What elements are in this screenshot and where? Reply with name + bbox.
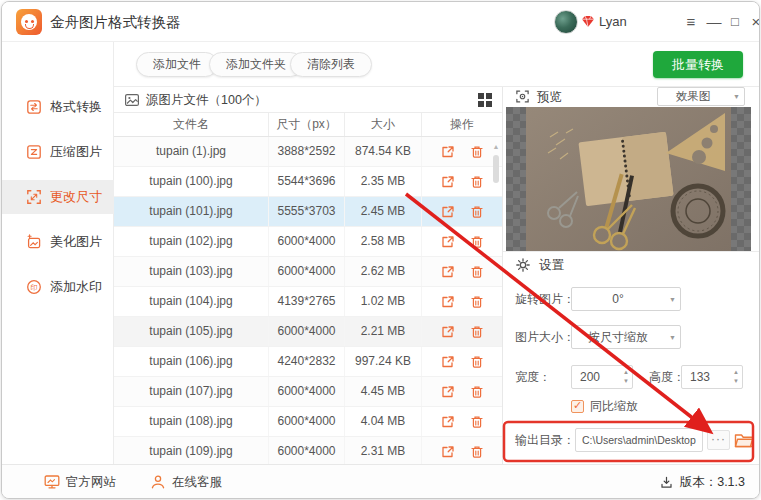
open-file-icon[interactable] — [440, 414, 456, 430]
add-file-button[interactable]: 添加文件 — [136, 52, 218, 77]
sidebar-item-watermark[interactable]: 添加水印 — [2, 270, 114, 304]
open-file-icon[interactable] — [440, 384, 456, 400]
delete-file-icon[interactable] — [469, 144, 485, 160]
width-label: 宽度： — [515, 365, 551, 389]
download-icon[interactable] — [659, 475, 674, 490]
open-file-icon[interactable] — [440, 324, 456, 340]
file-name: tupain (102).jpg — [114, 227, 269, 256]
grid-view-icon[interactable] — [478, 93, 492, 107]
username[interactable]: Lyan — [599, 2, 627, 42]
table-scrollbar[interactable]: ▲ — [492, 143, 500, 403]
rotate-select[interactable]: 0° ▼ — [571, 287, 681, 311]
sidebar-item-compress[interactable]: 压缩图片 — [2, 135, 114, 169]
column-filename: 文件名 — [114, 113, 269, 136]
support-label: 在线客服 — [172, 474, 222, 491]
batch-convert-button[interactable]: 批量转换 — [653, 51, 743, 78]
open-file-icon[interactable] — [440, 234, 456, 250]
height-value: 133 — [690, 366, 710, 388]
preview-mode-select[interactable]: 效果图 ▼ — [657, 87, 745, 106]
table-row[interactable]: tupain (107).jpg 6000*4000 4.45 MB — [114, 377, 502, 407]
resize-icon — [26, 189, 42, 205]
resize-mode-select[interactable]: 按尺寸缩放 ▼ — [571, 325, 681, 349]
table-row[interactable]: tupain (109).jpg 6000*4000 2.31 MB — [114, 437, 502, 464]
open-file-icon[interactable] — [440, 354, 456, 370]
proportional-checkbox[interactable]: ✓ — [571, 400, 584, 413]
spinner-down-icon[interactable]: ▼ — [733, 377, 739, 386]
settings-title: 设置 — [539, 252, 564, 278]
output-dir-label: 输出目录： — [515, 428, 575, 452]
output-dir-value: C:\Users\admin\Desktop — [582, 429, 696, 451]
scrollbar-thumb[interactable] — [493, 155, 499, 183]
open-file-icon[interactable] — [440, 144, 456, 160]
browse-button[interactable]: ··· — [707, 430, 730, 450]
sidebar-item-resize[interactable]: 更改尺寸 — [2, 180, 114, 214]
file-dimensions: 3888*2592 — [269, 137, 345, 166]
open-file-icon[interactable] — [440, 444, 456, 460]
sidebar-item-beautify[interactable]: 美化图片 — [2, 225, 114, 259]
delete-file-icon[interactable] — [469, 354, 485, 370]
clear-list-button[interactable]: 清除列表 — [290, 52, 372, 77]
table-row[interactable]: tupain (106).jpg 4240*2832 997.24 KB — [114, 347, 502, 377]
preview-header: 预览 效果图 ▼ — [503, 87, 759, 107]
table-rows: tupain (1).jpg 3888*2592 874.54 KB tupai… — [114, 137, 502, 464]
right-panel: 预览 效果图 ▼ — [502, 87, 759, 464]
table-row[interactable]: tupain (100).jpg 5544*3696 2.35 MB — [114, 167, 502, 197]
file-name: tupain (103).jpg — [114, 257, 269, 286]
table-row[interactable]: tupain (104).jpg 4139*2765 1.02 MB — [114, 287, 502, 317]
table-row[interactable]: tupain (105).jpg 6000*4000 2.21 MB — [114, 317, 502, 347]
table-row[interactable]: tupain (103).jpg 6000*4000 2.62 MB — [114, 257, 502, 287]
person-icon — [150, 474, 166, 490]
output-dir-input[interactable]: C:\Users\admin\Desktop — [575, 428, 703, 452]
open-file-icon[interactable] — [440, 294, 456, 310]
preview-title: 预览 — [537, 87, 562, 107]
maximize-icon[interactable]: □ — [724, 2, 746, 42]
table-row[interactable]: tupain (102).jpg 6000*4000 2.58 MB — [114, 227, 502, 257]
delete-file-icon[interactable] — [469, 384, 485, 400]
avatar[interactable] — [554, 10, 578, 34]
file-name: tupain (101).jpg — [114, 197, 269, 226]
file-size: 2.31 MB — [345, 437, 422, 464]
file-size: 997.24 KB — [345, 347, 422, 376]
open-folder-icon[interactable] — [734, 430, 754, 450]
sidebar-item-label: 添加水印 — [50, 270, 102, 304]
sidebar-item-format-convert[interactable]: 格式转换 — [2, 90, 114, 124]
file-dimensions: 5555*3703 — [269, 197, 345, 226]
file-dimensions: 6000*4000 — [269, 407, 345, 436]
file-name: tupain (106).jpg — [114, 347, 269, 376]
online-support-link[interactable]: 在线客服 — [150, 465, 222, 499]
version-info: 版本：3.1.3 — [659, 465, 745, 499]
menu-icon[interactable]: ≡ — [680, 2, 702, 42]
beautify-icon — [26, 234, 42, 250]
spinner-up-icon[interactable]: ▲ — [733, 368, 739, 377]
minimize-icon[interactable]: — — [703, 2, 725, 42]
scroll-up-icon[interactable]: ▲ — [492, 143, 500, 151]
sidebar-item-label: 格式转换 — [50, 90, 102, 124]
file-dimensions: 6000*4000 — [269, 227, 345, 256]
proportional-label: 同比缩放 — [590, 398, 638, 415]
delete-file-icon[interactable] — [469, 444, 485, 460]
file-name: tupain (1).jpg — [114, 137, 269, 166]
delete-file-icon[interactable] — [469, 174, 485, 190]
delete-file-icon[interactable] — [469, 204, 485, 220]
open-file-icon[interactable] — [440, 264, 456, 280]
vip-gem-icon — [581, 15, 595, 28]
table-row-selected[interactable]: tupain (101).jpg 5555*3703 2.45 MB — [114, 197, 502, 227]
delete-file-icon[interactable] — [469, 324, 485, 340]
delete-file-icon[interactable] — [469, 234, 485, 250]
add-folder-button[interactable]: 添加文件夹 — [209, 52, 303, 77]
file-dimensions: 6000*4000 — [269, 317, 345, 346]
open-file-icon[interactable] — [440, 174, 456, 190]
delete-file-icon[interactable] — [469, 414, 485, 430]
delete-file-icon[interactable] — [469, 264, 485, 280]
open-file-icon[interactable] — [440, 204, 456, 220]
spinner-up-icon[interactable]: ▲ — [623, 368, 629, 377]
width-input[interactable]: 200 ▲▼ — [571, 365, 633, 389]
height-input[interactable]: 133 ▲▼ — [681, 365, 743, 389]
delete-file-icon[interactable] — [469, 294, 485, 310]
close-icon[interactable]: × — [745, 2, 760, 42]
table-row[interactable]: tupain (1).jpg 3888*2592 874.54 KB — [114, 137, 502, 167]
file-name: tupain (105).jpg — [114, 317, 269, 346]
table-row[interactable]: tupain (108).jpg 6000*4000 4.04 MB — [114, 407, 502, 437]
spinner-down-icon[interactable]: ▼ — [623, 377, 629, 386]
official-website-link[interactable]: 官方网站 — [44, 465, 116, 499]
